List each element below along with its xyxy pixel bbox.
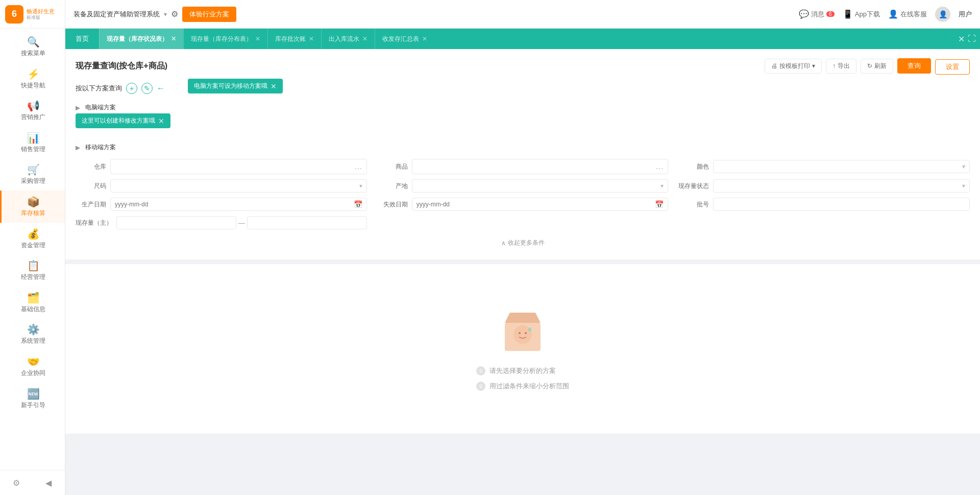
avatar[interactable]: 👤 bbox=[935, 7, 950, 22]
sidebar-item-operations[interactable]: 📋 经营管理 bbox=[0, 254, 65, 287]
gear-icon[interactable]: ⚙ bbox=[171, 9, 178, 19]
sales-icon: 📊 bbox=[27, 132, 40, 144]
scheme-section: ▶ 电脑端方案 ▶ 按照品 这里可以创建和修改方案哦 ✕ bbox=[76, 100, 970, 159]
notification-btn[interactable]: 💬 消息 6 bbox=[799, 9, 835, 19]
filter-edit-btn[interactable]: ✎ bbox=[141, 83, 153, 94]
tab-expand-btn[interactable]: ⛶ bbox=[968, 34, 976, 43]
main-content: 装备及固定资产辅助管理系统 ▾ ⚙ 体验行业方案 💬 消息 6 📱 App下载 … bbox=[65, 0, 980, 495]
goods-select[interactable]: … bbox=[412, 159, 669, 174]
svg-marker-1 bbox=[505, 313, 541, 323]
size-arrow-icon: ▾ bbox=[359, 182, 362, 190]
mobile-scheme-label[interactable]: 移动端方案 bbox=[83, 142, 118, 153]
app-download-label: App下载 bbox=[855, 10, 880, 19]
goods-more-icon[interactable]: … bbox=[655, 162, 664, 171]
tab-home[interactable]: 首页 bbox=[65, 29, 99, 49]
sidebar-label-sales: 销售管理 bbox=[21, 146, 45, 154]
tab-close-inout-flow[interactable]: ✕ bbox=[362, 35, 368, 42]
expiry-date-wrap: 📅 bbox=[412, 198, 669, 211]
tab-close-inventory-status[interactable]: ✕ bbox=[171, 35, 176, 42]
tab-close-all-btn[interactable]: ✕ bbox=[958, 34, 965, 44]
sidebar-item-inventory[interactable]: 📦 库存核算 bbox=[0, 191, 65, 223]
sidebar-item-purchase[interactable]: 🛒 采购管理 bbox=[0, 158, 65, 191]
color-select[interactable]: ▾ bbox=[713, 160, 970, 173]
tooltip-edit-close[interactable]: ✕ bbox=[158, 117, 164, 125]
sidebar-item-quick-nav[interactable]: ⚡ 快捷导航 bbox=[0, 63, 65, 95]
tooltip-pc-close[interactable]: ✕ bbox=[271, 82, 277, 90]
sidebar-item-marketing[interactable]: 📢 营销推广 bbox=[0, 95, 65, 127]
sidebar-settings-btn[interactable]: ⚙ bbox=[8, 475, 24, 491]
logo-title: 畅通好生意 bbox=[27, 8, 55, 15]
empty-step-1-text: 请先选择要分析的方案 bbox=[489, 364, 556, 378]
search-btn[interactable]: 查询 bbox=[897, 58, 931, 74]
sidebar-label-guide: 新手引导 bbox=[21, 402, 45, 410]
scheme-desktop-row: ▶ 电脑端方案 bbox=[76, 102, 970, 113]
sidebar-label-finance: 资金管理 bbox=[21, 242, 45, 250]
tab-inventory-dist[interactable]: 现存量（库存分布表） ✕ bbox=[183, 29, 267, 49]
purchase-icon: 🛒 bbox=[27, 163, 40, 176]
settings-btn[interactable]: 设置 bbox=[935, 59, 970, 75]
tab-close-batch-account[interactable]: ✕ bbox=[309, 35, 314, 42]
sidebar-item-system[interactable]: ⚙️ 系统管理 bbox=[0, 318, 65, 350]
industry-btn[interactable]: 体验行业方案 bbox=[182, 7, 236, 22]
print-template-btn[interactable]: 🖨 按模板打印 ▾ bbox=[765, 59, 822, 74]
production-date-input[interactable] bbox=[115, 201, 354, 208]
tab-close-inventory-dist[interactable]: ✕ bbox=[255, 35, 260, 42]
app-download-btn[interactable]: 📱 App下载 bbox=[843, 9, 880, 19]
inventory-status-label: 现存量状态 bbox=[678, 182, 709, 191]
system-title-dropdown[interactable]: ▾ bbox=[164, 11, 167, 18]
inventory-qty-to[interactable] bbox=[247, 216, 367, 229]
sidebar-item-basic-info[interactable]: 🗂️ 基础信息 bbox=[0, 287, 65, 319]
inventory-qty-range: — bbox=[116, 216, 367, 229]
sidebar-item-guide[interactable]: 🆕 新手引导 bbox=[0, 383, 65, 415]
empty-text: ① 请先选择要分析的方案 ② 用过滤条件来缩小分析范围 bbox=[476, 364, 569, 393]
color-arrow-icon: ▾ bbox=[962, 163, 965, 170]
sidebar-item-search[interactable]: 🔍 搜索菜单 bbox=[0, 31, 65, 63]
filter-header: 按以下方案查询 + ✎ ← 电脑方案可设为移动方案哦 ✕ bbox=[76, 83, 970, 94]
expiry-date-label: 失效日期 bbox=[377, 200, 408, 209]
inventory-qty-from[interactable] bbox=[116, 216, 236, 229]
origin-select[interactable]: ▾ bbox=[412, 179, 669, 193]
desktop-arrow[interactable]: ▶ bbox=[76, 104, 80, 111]
filter-add-btn[interactable]: + bbox=[126, 83, 137, 94]
warehouse-select[interactable]: … bbox=[110, 159, 367, 174]
size-select[interactable]: ▾ bbox=[110, 179, 367, 193]
collapse-btn[interactable]: ∧ 收起更多条件 bbox=[495, 237, 551, 249]
mobile-arrow[interactable]: ▶ bbox=[76, 144, 80, 151]
tab-collect-summary[interactable]: 收发存汇总表 ✕ bbox=[375, 29, 434, 49]
expiry-date-input[interactable] bbox=[416, 201, 655, 208]
lightning-icon: ⚡ bbox=[27, 68, 40, 80]
sidebar-collapse-btn[interactable]: ◀ bbox=[40, 475, 57, 491]
inventory-status-select[interactable]: ▾ bbox=[713, 179, 970, 193]
export-icon: ↑ bbox=[832, 62, 836, 69]
message-icon: 💬 bbox=[799, 9, 809, 19]
tooltip-pc-scheme: 电脑方案可设为移动方案哦 ✕ bbox=[188, 79, 283, 93]
phone-icon: 📱 bbox=[843, 9, 853, 19]
username: 用户 bbox=[959, 10, 972, 19]
sidebar-item-enterprise[interactable]: 🤝 企业协同 bbox=[0, 350, 65, 383]
calendar-icon-2[interactable]: 📅 bbox=[655, 200, 664, 208]
sidebar-item-sales[interactable]: 📊 销售管理 bbox=[0, 127, 65, 159]
calendar-icon-1[interactable]: 📅 bbox=[354, 200, 362, 208]
page-title: 现存量查询(按仓库+商品) bbox=[76, 61, 167, 72]
tab-inout-flow[interactable]: 出入库流水 ✕ bbox=[321, 29, 375, 49]
service-icon: 👤 bbox=[888, 9, 898, 19]
filter-back-arrow[interactable]: ← bbox=[157, 84, 165, 93]
export-btn[interactable]: ↑ 导出 bbox=[826, 59, 856, 74]
desktop-scheme-label[interactable]: 电脑端方案 bbox=[83, 102, 118, 113]
tab-close-collect-summary[interactable]: ✕ bbox=[422, 35, 427, 42]
batch-no-input[interactable] bbox=[713, 198, 970, 211]
logo-icon: 6 bbox=[5, 5, 23, 23]
sidebar-item-finance[interactable]: 💰 资金管理 bbox=[0, 223, 65, 255]
tooltip-edit-scheme: 这里可以创建和修改方案哦 ✕ bbox=[76, 113, 170, 128]
online-service-btn[interactable]: 👤 在线客服 bbox=[888, 9, 927, 19]
tab-batch-account[interactable]: 库存批次账 ✕ bbox=[267, 29, 321, 49]
scheme-desktop-sub: ▶ 按照品 bbox=[84, 115, 970, 126]
logo-badge: 标准版 bbox=[27, 15, 55, 21]
refresh-btn[interactable]: ↻ 刷新 bbox=[861, 59, 893, 74]
tab-inventory-status[interactable]: 现存量（库存状况表） ✕ bbox=[99, 29, 183, 49]
field-batch-no: 批号 bbox=[678, 198, 970, 211]
field-size: 尺码 ▾ bbox=[76, 179, 367, 193]
svg-point-3 bbox=[519, 332, 521, 334]
warehouse-more-icon[interactable]: … bbox=[354, 162, 362, 171]
top-header: 装备及固定资产辅助管理系统 ▾ ⚙ 体验行业方案 💬 消息 6 📱 App下载 … bbox=[65, 0, 980, 29]
